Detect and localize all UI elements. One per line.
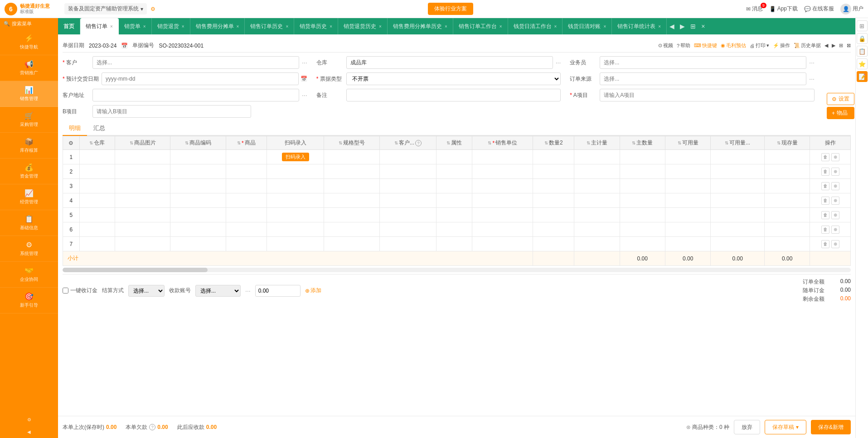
warehouse-more-btn[interactable]: ···	[556, 59, 561, 66]
row-attr[interactable]	[436, 164, 472, 179]
table-settings-icon[interactable]: ⚙	[68, 140, 73, 146]
row-available2[interactable]	[711, 208, 765, 222]
row-main-qty[interactable]	[620, 164, 665, 179]
row-warehouse[interactable]	[79, 237, 115, 251]
order-source-more-btn[interactable]: ···	[809, 75, 815, 82]
amount-input[interactable]	[255, 285, 301, 297]
tab-close-icon[interactable]: ×	[237, 24, 239, 29]
rp-icon-5[interactable]: 📝	[857, 71, 868, 82]
tab-daily-workbench[interactable]: 钱货日清工作台 ×	[508, 18, 563, 34]
add-product-float-btn[interactable]: + 物品	[827, 107, 854, 119]
order-source-input[interactable]	[600, 72, 806, 85]
tab-close-all-btn[interactable]: ×	[698, 23, 708, 30]
delete-row-btn[interactable]: 🗑	[821, 168, 829, 176]
copy-row-btn[interactable]: ⊕	[831, 168, 839, 176]
tab-daily-reconcile[interactable]: 钱货日清对账 ×	[563, 18, 612, 34]
sort-icon[interactable]: ⇅	[185, 140, 189, 145]
row-qty2[interactable]	[533, 179, 574, 193]
current-amt-info-icon[interactable]: ?	[149, 424, 155, 430]
rp-icon-2[interactable]: 🔒	[857, 33, 868, 44]
row-qty2[interactable]	[533, 208, 574, 222]
sidebar-item-purchase[interactable]: 🛒 采购管理	[0, 107, 58, 133]
info-icon[interactable]: ?	[415, 140, 422, 146]
row-product[interactable]	[226, 222, 267, 237]
row-attr[interactable]	[436, 150, 472, 164]
tab-close-icon[interactable]: ×	[499, 24, 502, 29]
row-spec[interactable]	[324, 193, 379, 208]
delete-row-btn[interactable]: 🗑	[821, 240, 829, 248]
row-stock[interactable]	[765, 193, 810, 208]
account-more-btn[interactable]: ···	[245, 287, 251, 294]
invoice-type-select[interactable]: 不开票	[346, 72, 561, 85]
sidebar-item-finance[interactable]: 💰 资金管理	[0, 159, 58, 184]
scan-input-btn[interactable]: 扫码录入	[282, 153, 309, 161]
row-customer-code[interactable]	[379, 179, 436, 193]
row-main-unit[interactable]	[574, 193, 620, 208]
row-product[interactable]	[226, 208, 267, 222]
row-product[interactable]	[226, 164, 267, 179]
row-available2[interactable]	[711, 150, 765, 164]
auto-collect-input[interactable]	[63, 288, 68, 294]
row-warehouse[interactable]	[79, 164, 115, 179]
row-code[interactable]	[170, 164, 226, 179]
row-attr[interactable]	[436, 222, 472, 237]
row-available2[interactable]	[711, 179, 765, 193]
tab-invoice-history[interactable]: 销货单历史 ×	[294, 18, 338, 34]
row-available[interactable]	[665, 237, 710, 251]
row-main-qty[interactable]	[620, 150, 665, 164]
customer-more-btn[interactable]: ···	[302, 59, 307, 66]
row-stock[interactable]	[765, 237, 810, 251]
tab-stats[interactable]: 销售订单统计表 ×	[612, 18, 667, 34]
tab-order-history[interactable]: 销售订单历史 ×	[245, 18, 294, 34]
row-image[interactable]	[115, 237, 170, 251]
row-customer-code[interactable]	[379, 164, 436, 179]
copy-row-btn[interactable]: ⊕	[831, 153, 839, 161]
row-customer-code[interactable]	[379, 208, 436, 222]
row-product[interactable]	[226, 193, 267, 208]
row-unit[interactable]	[472, 222, 533, 237]
row-image[interactable]	[115, 208, 170, 222]
delete-row-btn[interactable]: 🗑	[821, 182, 829, 190]
rp-icon-4[interactable]: ⭐	[857, 58, 868, 69]
address-more-btn[interactable]: ···	[302, 91, 307, 99]
copy-row-btn[interactable]: ⊕	[831, 211, 839, 219]
row-code[interactable]	[170, 208, 226, 222]
tab-returns[interactable]: 销货退货 ×	[152, 18, 190, 34]
row-stock[interactable]	[765, 222, 810, 237]
tab-menu-btn[interactable]: ⊞	[688, 23, 698, 30]
settings-float-btn[interactable]: ⚙ 设置	[827, 93, 854, 105]
row-warehouse[interactable]	[79, 150, 115, 164]
sort-icon[interactable]: ⇅	[339, 140, 342, 145]
tab-home[interactable]: 首页	[58, 18, 80, 34]
remark-input[interactable]	[346, 89, 561, 101]
row-stock[interactable]	[765, 179, 810, 193]
row-available[interactable]	[665, 208, 710, 222]
warehouse-input[interactable]	[346, 56, 553, 69]
row-main-qty[interactable]	[620, 222, 665, 237]
print-btn[interactable]: 🖨 打印 ▾	[750, 42, 769, 49]
sidebar-settings-btn[interactable]: ⚙	[0, 414, 58, 426]
sidebar-item-operations[interactable]: 📈 经营管理	[0, 184, 58, 210]
save-draft-btn[interactable]: 保存草稿 ▾	[765, 420, 806, 434]
row-unit[interactable]	[472, 164, 533, 179]
app-download-btn[interactable]: 📱 App下载	[769, 5, 798, 13]
delete-row-btn[interactable]: 🗑	[821, 211, 829, 219]
row-unit[interactable]	[472, 179, 533, 193]
row-qty2[interactable]	[533, 222, 574, 237]
sort-icon[interactable]: ⇅	[777, 140, 781, 145]
row-available2[interactable]	[711, 193, 765, 208]
copy-row-btn[interactable]: ⊕	[831, 226, 839, 234]
row-customer-code[interactable]	[379, 237, 436, 251]
row-scan[interactable]	[267, 164, 324, 179]
sort-icon[interactable]: ⇅	[488, 140, 491, 145]
row-main-unit[interactable]	[574, 222, 620, 237]
calendar-icon[interactable]: 📅	[301, 76, 307, 82]
settings-icon[interactable]: ⚙	[150, 6, 155, 12]
row-unit[interactable]	[472, 237, 533, 251]
tab-close-icon[interactable]: ×	[554, 24, 557, 29]
tab-next-btn[interactable]: ▶	[677, 23, 688, 30]
row-attr[interactable]	[436, 208, 472, 222]
copy-row-btn[interactable]: ⊕	[831, 197, 839, 205]
sort-icon[interactable]: ⇅	[89, 140, 93, 145]
add-payment-btn[interactable]: ⊕ 添加	[305, 287, 321, 294]
